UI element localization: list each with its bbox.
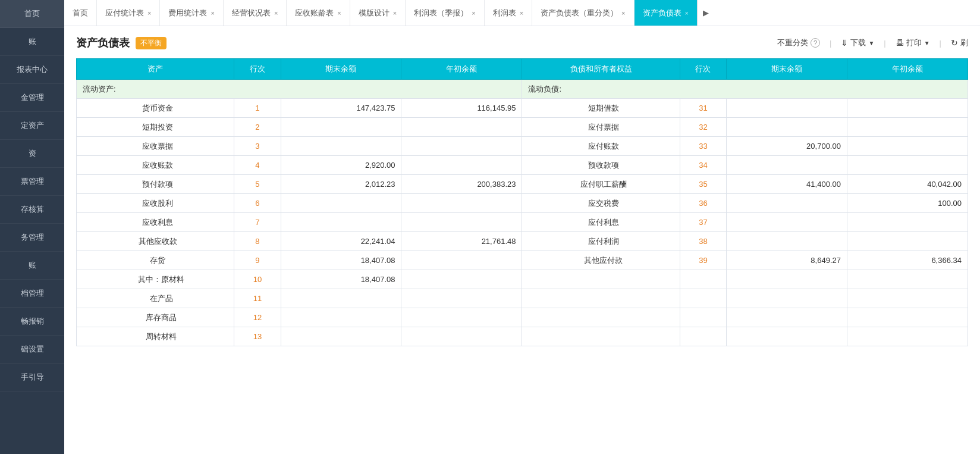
tab-expense-stats[interactable]: 费用统计表 ×: [160, 0, 223, 26]
download-label: 下载: [850, 37, 866, 48]
sidebar-item-account[interactable]: 账: [0, 28, 64, 56]
tab-balance-sheet[interactable]: 资产负债表 ×: [635, 0, 698, 26]
classify-button[interactable]: 不重分类 ?: [777, 37, 820, 48]
sidebar-item-doc-mgmt[interactable]: 档管理: [0, 280, 64, 308]
sidebar-item-cash-mgmt[interactable]: 金管理: [0, 84, 64, 112]
sidebar-item-home[interactable]: 首页: [0, 0, 64, 28]
section-right-label: 流动负债:: [522, 80, 968, 99]
tab-template-design[interactable]: 模版设计 ×: [350, 0, 406, 26]
close-tab-ap-stats[interactable]: ×: [147, 10, 151, 17]
balance-sheet-table: 资产 行次 期末余额 年初余额 负债和所有者权益 行次 期末余额 年初余额 流动…: [76, 58, 968, 346]
cell-left-end: 2,012.23: [281, 175, 401, 194]
close-tab-balance-reclassified[interactable]: ×: [621, 10, 625, 17]
tab-profit-quarterly[interactable]: 利润表（季报） ×: [406, 0, 484, 26]
cell-left-end: [281, 137, 401, 156]
cell-right-name: 应交税费: [522, 194, 680, 213]
sidebar-item-ledger[interactable]: 账: [0, 252, 64, 280]
cell-left-row: 5: [234, 175, 281, 194]
cell-right-begin: [847, 270, 968, 289]
separator-3: |: [940, 39, 941, 48]
cell-right-name: 应付账款: [522, 137, 680, 156]
download-button[interactable]: ⇓ 下载 ▼: [841, 37, 874, 48]
cell-left-begin: [401, 308, 522, 327]
table-row: 货币资金 1 147,423.75 116,145.95 短期借款 31: [77, 99, 968, 118]
cell-right-begin: 6,366.34: [847, 251, 968, 270]
help-icon[interactable]: ?: [811, 38, 820, 48]
unbalanced-badge: 不平衡: [136, 37, 167, 49]
cell-right-row: 34: [680, 156, 726, 175]
sidebar-item-inventory[interactable]: 存核算: [0, 196, 64, 224]
cell-right-name: [522, 308, 680, 327]
cell-right-begin: [847, 137, 968, 156]
tab-home[interactable]: 首页: [64, 0, 97, 26]
cell-right-end: [726, 118, 847, 137]
sidebar-item-ticket-mgmt[interactable]: 票管理: [0, 168, 64, 196]
close-tab-template-design[interactable]: ×: [393, 10, 397, 17]
close-tab-business-status[interactable]: ×: [274, 10, 278, 17]
cell-right-end: [726, 194, 847, 213]
sidebar-item-guide[interactable]: 手引导: [0, 364, 64, 392]
sidebar-item-expense[interactable]: 畅报销: [0, 308, 64, 336]
cell-right-begin: [847, 99, 968, 118]
th-begin-balance: 年初余额: [401, 59, 522, 80]
tab-scroll-right[interactable]: ▶: [698, 0, 714, 26]
refresh-button[interactable]: ↻ 刷: [951, 37, 968, 48]
sidebar-item-tax-mgmt[interactable]: 务管理: [0, 224, 64, 252]
cell-left-end: 18,407.08: [281, 270, 401, 289]
cell-left-row: 9: [234, 251, 281, 270]
cell-left-row: 11: [234, 289, 281, 308]
cell-right-begin: [847, 289, 968, 308]
cell-left-begin: [401, 156, 522, 175]
cell-right-row: 36: [680, 194, 726, 213]
cell-left-row: 10: [234, 270, 281, 289]
sidebar-item-settings[interactable]: 础设置: [0, 336, 64, 364]
close-tab-profit-quarterly[interactable]: ×: [472, 10, 475, 17]
sidebar-item-invest[interactable]: 资: [0, 140, 64, 168]
table-row: 短期投资 2 应付票据 32: [77, 118, 968, 137]
cell-left-end: 22,241.04: [281, 232, 401, 251]
sidebar-item-report-center[interactable]: 报表中心: [0, 56, 64, 84]
cell-right-end: 41,400.00: [726, 175, 847, 194]
cell-right-row: 38: [680, 232, 726, 251]
table-row: 库存商品 12: [77, 308, 968, 327]
cell-right-end: [726, 232, 847, 251]
print-arrow-icon: ▼: [924, 40, 930, 46]
tab-balance-reclassified[interactable]: 资产负债表（重分类） ×: [532, 0, 634, 26]
download-arrow-icon: ▼: [868, 40, 874, 46]
cell-left-end: 18,407.08: [281, 251, 401, 270]
cell-left-name: 应收利息: [77, 213, 234, 232]
cell-left-row: 2: [234, 118, 281, 137]
cell-right-end: [726, 213, 847, 232]
page-body: 资产负债表 不平衡 不重分类 ? | ⇓ 下载 ▼ |: [64, 26, 980, 454]
cell-left-row: 12: [234, 308, 281, 327]
close-tab-balance-sheet[interactable]: ×: [685, 10, 689, 17]
cell-right-end: [726, 308, 847, 327]
print-label: 打印: [906, 37, 922, 48]
close-tab-expense-stats[interactable]: ×: [211, 10, 214, 17]
cell-left-begin: [401, 289, 522, 308]
cell-left-row: 3: [234, 137, 281, 156]
cell-left-name: 预付款项: [77, 175, 234, 194]
tab-profit[interactable]: 利润表 ×: [485, 0, 532, 26]
cell-left-row: 4: [234, 156, 281, 175]
separator-2: |: [884, 39, 885, 48]
cell-left-name: 应收股利: [77, 194, 234, 213]
table-row: 其中：原材料 10 18,407.08: [77, 270, 968, 289]
tab-ap-stats[interactable]: 应付统计表 ×: [97, 0, 160, 26]
table-row: 应收账款 4 2,920.00 预收款项 34: [77, 156, 968, 175]
tab-business-status[interactable]: 经营状况表 ×: [224, 0, 287, 26]
cell-right-row: 31: [680, 99, 726, 118]
print-button[interactable]: 🖶 打印 ▼: [896, 37, 930, 48]
th-end-balance: 期末余额: [281, 59, 401, 80]
tab-ar-aging[interactable]: 应收账龄表 ×: [287, 0, 350, 26]
print-icon: 🖶: [896, 38, 904, 48]
table-row: 应收票据 3 应付账款 33 20,700.00: [77, 137, 968, 156]
close-tab-ar-aging[interactable]: ×: [337, 10, 341, 17]
close-tab-profit[interactable]: ×: [520, 10, 523, 17]
sidebar-item-fixed-assets[interactable]: 定资产: [0, 112, 64, 140]
cell-left-row: 13: [234, 327, 281, 346]
cell-right-name: 应付利润: [522, 232, 680, 251]
cell-left-begin: [401, 270, 522, 289]
cell-left-name: 货币资金: [77, 99, 234, 118]
cell-right-row: 37: [680, 213, 726, 232]
